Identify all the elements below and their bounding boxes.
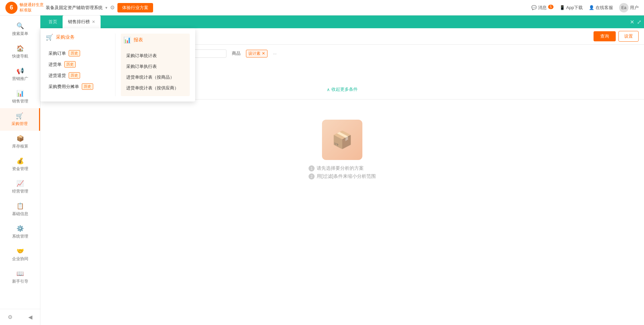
sidebar-item-label: 企业协同 (12, 256, 28, 262)
purchase-col-icon: 🛒 (46, 34, 53, 41)
sidebar-collapse-button[interactable]: ◀ (27, 313, 34, 322)
cooperation-icon: 🤝 (16, 247, 24, 255)
guide-icon: 📖 (16, 270, 24, 277)
purchase-expense-label: 采购费用分摊单 (48, 84, 79, 90)
logo-icon: 6 (5, 2, 17, 14)
system-name: 装备及固定资产辅助管理系统 (46, 5, 103, 11)
tab-close-icon[interactable]: ✕ (92, 19, 95, 24)
sidebar-item-label: 库存核算 (12, 144, 28, 149)
dropdown-item-goods-return[interactable]: 进货退货 历史 (46, 70, 110, 81)
goods-filter-tag: 设计素 ✕ (246, 50, 267, 57)
purchase-order-stat-label: 采购订单统计表 (126, 53, 157, 59)
experience-button[interactable]: 体验行业方案 (117, 3, 153, 12)
sidebar-item-operations[interactable]: 📈 经营管理 (0, 176, 40, 198)
tab-home-label: 首页 (48, 19, 57, 25)
message-label: 消息 (538, 5, 547, 11)
goods-receipt-label: 进货单 (48, 62, 62, 68)
goods-filter-label: 商品 (232, 50, 241, 56)
report-col: 📊 报表 采购订单统计表 采购订单执行表 进货单统计表（按商品） 进货单统计表（… (121, 34, 190, 96)
sidebar-item-label: 系统管理 (12, 234, 28, 239)
marketing-icon: 📢 (16, 67, 24, 75)
goods-stat-product-label: 进货单统计表（按商品） (126, 74, 174, 80)
dropdown-divider (115, 34, 115, 96)
topbar-right: 💬 消息 5 📱 App下载 👤 在线客服 Ea 用户 (531, 3, 639, 12)
purchase-expense-history-badge: 历史 (82, 83, 93, 90)
step2-text: 用[过滤]条件来缩小分析范围 (317, 173, 376, 179)
sidebar-item-sales[interactable]: 📊 销售管理 (0, 86, 40, 108)
tab-sales-ranking-label: 销售排行榜 (68, 19, 90, 25)
report-col-label: 报表 (134, 37, 143, 43)
collapse-button[interactable]: ∧ 收起更多条件 (327, 84, 358, 95)
goods-filter-more[interactable]: ··· (273, 51, 277, 56)
purchase-col-label: 采购业务 (56, 34, 75, 40)
system-dropdown-arrow[interactable]: ▾ (105, 5, 107, 10)
system-icon: ⚙️ (16, 225, 24, 232)
dropdown-item-goods-stat-by-supplier[interactable]: 进货单统计表（按供应商） (123, 83, 187, 93)
sidebar: 🔍 搜索菜单 🏠 快捷导航 📢 营销推广 📊 销售管理 🛒 采购管理 📦 库存核… (0, 15, 40, 325)
sidebar-item-quicknav[interactable]: 🏠 快捷导航 (0, 41, 40, 63)
step1-number: 1 (309, 165, 315, 171)
purchase-order-label: 采购订单 (48, 50, 66, 56)
step1-text: 请先选择要分析的方案 (317, 165, 364, 171)
app-download-button[interactable]: 📱 App下载 (560, 5, 583, 11)
empty-text: 1 请先选择要分析的方案 2 用[过滤]条件来缩小分析范围 (309, 165, 376, 181)
empty-state: 📦 1 请先选择要分析的方案 2 用[过滤]条件来缩小分析范围 (40, 99, 644, 202)
home-icon: 🏠 (16, 45, 24, 52)
query-button[interactable]: 查询 (594, 31, 616, 41)
sidebar-item-finance[interactable]: 💰 资金管理 (0, 153, 40, 176)
sidebar-item-cooperation[interactable]: 🤝 企业协同 (0, 243, 40, 266)
sales-icon: 📊 (16, 90, 24, 97)
service-button[interactable]: 👤 在线客服 (589, 5, 613, 11)
empty-icon: 📦 (322, 120, 362, 160)
goods-tag-close-icon[interactable]: ✕ (262, 51, 265, 56)
sidebar-item-label: 基础信息 (12, 211, 28, 217)
user-label: 用户 (630, 5, 639, 11)
basic-info-icon: 📋 (16, 202, 24, 210)
goods-return-history-badge: 历史 (69, 72, 80, 79)
report-col-title: 📊 报表 (123, 36, 187, 46)
logo: 6 畅捷通好生意 标准版 (5, 2, 46, 14)
avatar: Ea (619, 3, 629, 12)
dropdown-item-goods-stat-by-product[interactable]: 进货单统计表（按商品） (123, 72, 187, 83)
sidebar-item-marketing[interactable]: 📢 营销推广 (0, 63, 40, 86)
report-col-icon: 📊 (123, 36, 131, 44)
dropdown-item-purchase-expense[interactable]: 采购费用分摊单 历史 (46, 81, 110, 92)
purchase-dropdown-menu: 🛒 采购业务 采购订单 历史 进货单 历史 进货退货 历史 采购费用分摊单 历史… (40, 28, 195, 101)
sidebar-item-label: 快捷导航 (12, 53, 28, 59)
sidebar-settings-button[interactable]: ⚙ (6, 313, 14, 322)
sidebar-item-search[interactable]: 🔍 搜索菜单 (0, 18, 40, 41)
sidebar-bottom: ⚙ ◀ (0, 309, 40, 325)
sidebar-item-system[interactable]: ⚙️ 系统管理 (0, 221, 40, 243)
sidebar-item-basic-info[interactable]: 📋 基础信息 (0, 198, 40, 221)
sidebar-item-label: 销售管理 (12, 98, 28, 104)
sidebar-item-purchase[interactable]: 🛒 采购管理 (0, 108, 40, 131)
purchase-icon: 🛒 (16, 112, 23, 120)
logo-text: 畅捷通好生意 标准版 (20, 2, 44, 13)
tab-sales-ranking[interactable]: 销售排行榜 ✕ (63, 15, 101, 28)
search-icon: 🔍 (16, 22, 24, 30)
dropdown-item-goods-receipt[interactable]: 进货单 历史 (46, 59, 110, 70)
tab-home[interactable]: 首页 (43, 15, 63, 28)
sidebar-item-label: 经营管理 (12, 189, 28, 194)
sidebar-item-label: 营销推广 (12, 76, 28, 82)
goods-stat-supplier-label: 进货单统计表（按供应商） (126, 85, 179, 91)
user-button[interactable]: Ea 用户 (619, 3, 639, 12)
filter-settings-button[interactable]: 设置 (618, 31, 639, 42)
sidebar-item-label: 搜索菜单 (12, 31, 28, 37)
step2-number: 2 (309, 173, 315, 179)
settings-icon[interactable]: ⚙ (110, 4, 115, 11)
tab-close-window-icon[interactable]: ✕ (630, 19, 634, 25)
tab-maximize-icon[interactable]: ⤢ (637, 19, 641, 25)
sidebar-item-inventory[interactable]: 📦 库存核算 (0, 131, 40, 153)
empty-illustration: 📦 (322, 120, 362, 160)
message-button[interactable]: 💬 消息 5 (531, 5, 553, 11)
collapse-label: 收起更多条件 (331, 86, 358, 92)
service-icon: 👤 (589, 5, 594, 10)
dropdown-item-purchase-order-exec[interactable]: 采购订单执行表 (123, 61, 187, 72)
sidebar-item-label: 资金管理 (12, 166, 28, 172)
dropdown-item-purchase-order[interactable]: 采购订单 历史 (46, 48, 110, 59)
tab-bar-right: ✕ ⤢ (630, 19, 641, 25)
sidebar-item-guide[interactable]: 📖 新手引导 (0, 266, 40, 288)
toolbar-right: 查询 设置 (594, 31, 639, 42)
dropdown-item-purchase-order-stat[interactable]: 采购订单统计表 (123, 50, 187, 61)
